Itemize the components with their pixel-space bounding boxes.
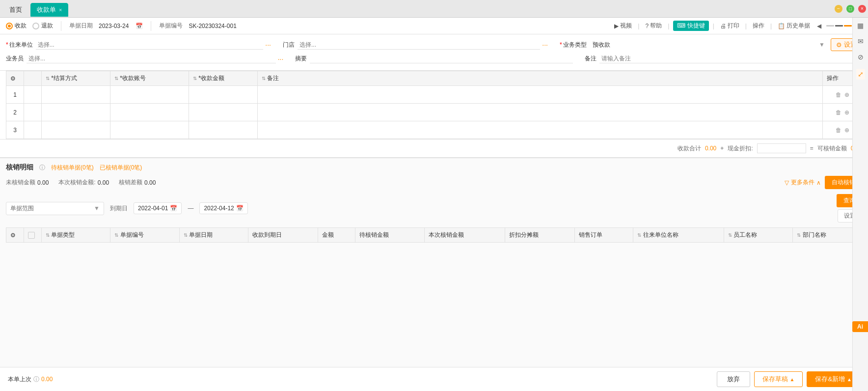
counterparty-more[interactable]: ··· [265,41,271,49]
pending-tab[interactable]: 待核销单据(0笔) [51,164,94,172]
more-filter-label: 更多条件 [791,178,814,187]
note-field: 备注 [585,54,862,63]
verifiable-label: 可核销金额 [817,144,847,153]
bth-counterparty-label: 往来单位名称 [643,231,678,238]
staff-input[interactable] [27,54,276,63]
th-remark-label: 备注 [267,75,279,82]
td-settle-1[interactable] [42,86,110,104]
bth-this-amount-label: 本次核销金额 [429,231,464,238]
td-account-2[interactable] [110,104,189,121]
sidebar-email-icon[interactable]: ✉ [858,37,864,45]
abandon-button[interactable]: 放弃 [717,371,750,387]
counterparty-input[interactable] [36,40,264,50]
settle-sort-icon: ⇅ [46,76,50,81]
td-amount-2[interactable] [189,104,258,121]
print-btn[interactable]: 🖨 打印 [718,21,741,31]
toolbar-right: ▶ 视频 | ? 帮助 | ⌨ 快捷键 | 🖨 打印 | 操作 | [612,21,862,31]
staff-more[interactable]: ··· [278,55,284,63]
ai-button[interactable]: Ai [852,321,868,332]
radio-collect[interactable]: 收款 [6,22,27,30]
td-remark-3[interactable] [258,121,823,139]
settings-gear-icon: ⚙ [10,75,16,82]
td-account-3[interactable] [110,121,189,139]
th-amount-label: *收款金额 [198,75,224,82]
td-account-1[interactable] [110,86,189,104]
bth-settings[interactable]: ⚙ [6,228,24,243]
sidebar-attachment-icon[interactable]: ⊘ [858,53,864,61]
td-amount-1[interactable] [189,86,258,104]
form-area: * 往来单位 ··· 门店 ··· * 业务类型 预收款 ▼ ⚙ [0,34,868,71]
note-label: 备注 [585,55,597,63]
th-amount: ⇅ *收款金额 [189,71,258,86]
btable-settings-icon: ⚙ [10,232,16,239]
delete-icon-3[interactable]: 🗑 [836,127,841,134]
th-settings[interactable]: ⚙ [6,71,24,86]
delete-icon-1[interactable]: 🗑 [836,91,841,98]
calendar-start-icon: 📅 [170,205,177,212]
bill-no-value: SK-20230324-001 [189,23,236,29]
date-value[interactable]: 2023-03-24 [99,23,129,29]
due-date-start[interactable]: 2022-04-01 📅 [134,202,182,214]
tab-home[interactable]: 首页 [3,3,28,17]
copy-icon-1[interactable]: ⊕ [844,91,849,98]
bth-due-date: 收款到期日 [248,228,318,243]
nav-prev[interactable]: ◀ [816,22,822,30]
history-btn[interactable]: 📋 历史单据 [776,21,812,31]
sidebar-expand-icon[interactable]: ⤢ [856,69,865,80]
remark-sort-icon: ⇅ [262,76,266,81]
radio-refund-dot [32,23,39,29]
tab-receipt-close[interactable]: × [59,7,62,13]
td-num-3: 3 [6,121,24,139]
note-input[interactable] [599,54,862,63]
delete-icon-2[interactable]: 🗑 [836,109,841,116]
help-label: 帮助 [650,22,662,30]
td-settle-2[interactable] [42,104,110,121]
copy-icon-3[interactable]: ⊕ [844,127,849,134]
bill-range-select[interactable]: 单据范围 ▼ [6,202,104,215]
calendar-icon[interactable]: 📅 [136,23,143,29]
td-settle-3[interactable] [42,121,110,139]
shortcut-btn[interactable]: ⌨ 快捷键 [673,21,708,31]
writeoff-info-icon[interactable]: ⓘ [39,164,45,172]
print-label: 打印 [728,22,739,30]
counterparty-required: * [6,41,8,48]
radio-refund[interactable]: 退款 [32,22,53,30]
history-icon: 📋 [778,23,785,29]
close-button[interactable]: × [858,5,866,13]
select-all-checkbox[interactable] [28,232,35,239]
td-remark-2[interactable] [258,104,823,121]
more-filter-btn[interactable]: ▽ 更多条件 ∧ [785,178,821,187]
minimize-button[interactable]: − [835,5,842,13]
help-btn[interactable]: ? 帮助 [643,21,664,31]
due-date-end[interactable]: 2022-04-12 📅 [199,202,247,214]
bth-staff-sort: ⇅ [728,232,732,238]
summary-input[interactable] [310,54,572,63]
data-table: ⚙ ⇅ *结算方式 ⇅ *收款账号 ⇅ *收款金额 [6,71,862,139]
td-remark-1[interactable] [258,86,823,104]
bill-range-text: 单据范围 [10,204,91,213]
footer-info-icon[interactable]: ⓘ [33,375,39,384]
operation-btn[interactable]: 操作 [751,21,766,31]
maximize-button[interactable]: □ [846,5,854,13]
store-more[interactable]: ··· [542,41,548,49]
discount-input[interactable] [757,143,806,153]
staff-label: 业务员 [6,55,24,63]
diff-stat: 核销差额 0.00 [119,178,156,187]
date-dash: — [188,205,193,212]
save-draft-button[interactable]: 保存草稿 ▲ [754,371,803,387]
business-type-chevron[interactable]: ▼ [819,41,825,48]
copy-icon-2[interactable]: ⊕ [844,109,849,116]
tab-bar: 首页 收款单 × − □ × [0,0,868,18]
video-btn[interactable]: ▶ 视频 [612,21,634,31]
store-input[interactable] [298,40,540,50]
td-amount-3[interactable] [189,121,258,139]
writeoff-title: 核销明细 [6,163,33,172]
footer: 本单上次 ⓘ 0.00 放弃 保存草稿 ▲ 保存&新增 ▲ [0,367,868,391]
tab-receipt-label: 收款单 [37,5,56,14]
help-icon: ? [645,23,649,29]
footer-btns: 放弃 保存草稿 ▲ 保存&新增 ▲ [717,371,860,387]
tab-receipt[interactable]: 收款单 × [30,3,68,17]
done-tab[interactable]: 已核销单据(0笔) [100,164,142,172]
bth-bill-type: ⇅ 单据类型 [42,228,110,243]
sidebar-table-icon[interactable]: ▦ [857,22,864,29]
